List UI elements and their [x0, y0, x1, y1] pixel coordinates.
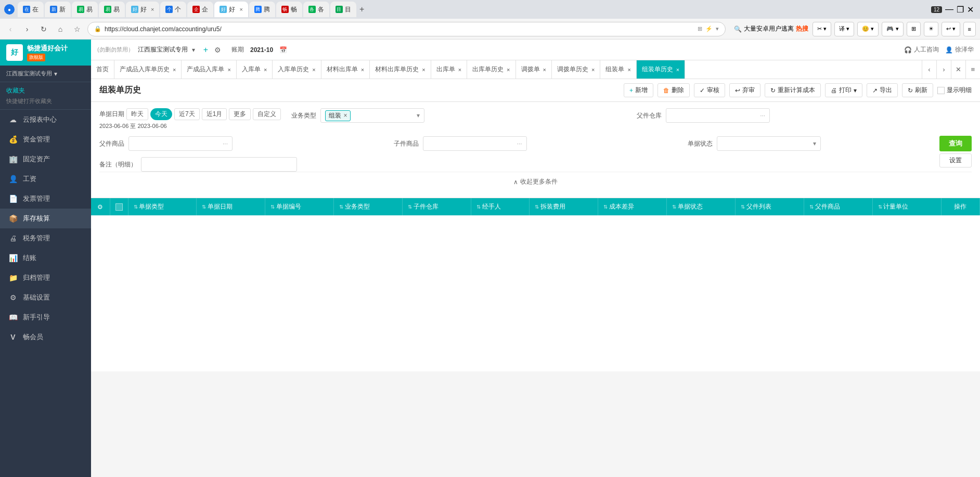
yesterday-btn[interactable]: 昨天: [126, 108, 148, 120]
tab-6[interactable]: 个 个: [160, 2, 186, 17]
sidebar-item-fund[interactable]: 💰 资金管理: [0, 130, 91, 149]
emoji-btn[interactable]: 😊 ▾: [857, 22, 879, 36]
select-all-checkbox[interactable]: [115, 203, 123, 211]
back-button[interactable]: ‹: [4, 23, 17, 35]
show-detail-checkbox[interactable]: [937, 87, 945, 94]
page-tab-close[interactable]: ×: [676, 67, 679, 73]
tab-12[interactable]: 目 目: [330, 2, 356, 17]
page-tab-product-inbound-history[interactable]: 产成品入库单历史 ×: [114, 60, 182, 79]
page-tab-material-outbound[interactable]: 材料出库单 ×: [321, 60, 370, 79]
page-tab-transfer-history[interactable]: 调拨单历史 ×: [552, 60, 600, 79]
th-order-status[interactable]: ⇅ 单据状态: [666, 198, 735, 215]
tab-prev-button[interactable]: ‹: [922, 60, 936, 79]
last7days-btn[interactable]: 近7天: [174, 108, 200, 120]
tab-5-close[interactable]: ×: [151, 6, 154, 12]
close-button[interactable]: ✕: [967, 5, 974, 15]
page-tab-outbound[interactable]: 出库单 ×: [431, 60, 467, 79]
minimize-button[interactable]: —: [945, 5, 953, 14]
maximize-button[interactable]: ❐: [957, 5, 964, 15]
sidebar-item-fixed-assets[interactable]: 🏢 固定资产: [0, 149, 91, 169]
company-selector[interactable]: 江西服宝测试专用 ▾: [0, 66, 91, 82]
page-tab-inbound-history[interactable]: 入库单历史 ×: [273, 60, 321, 79]
calendar-icon[interactable]: 📅: [279, 46, 287, 54]
undo-btn[interactable]: ↩ ▾: [942, 22, 960, 36]
new-tab-button[interactable]: +: [359, 5, 364, 14]
order-status-dropdown[interactable]: ▾: [813, 140, 816, 147]
th-parent-list[interactable]: ⇅ 父件列表: [735, 198, 804, 215]
address-bar[interactable]: 🔒 https://cloud.chanjet.com/accounting/u…: [87, 22, 726, 36]
page-tab-assembly[interactable]: 组装单 ×: [600, 60, 636, 79]
tab-5[interactable]: 好 好 ×: [126, 2, 159, 17]
th-cost-diff[interactable]: ⇅ 成本差异: [598, 198, 667, 215]
column-settings-icon[interactable]: ⚙: [97, 203, 103, 211]
settings-button[interactable]: 设置: [939, 153, 972, 167]
page-tab-outbound-history[interactable]: 出库单历史 ×: [467, 60, 515, 79]
business-type-field[interactable]: 组装 × ▾: [320, 108, 424, 123]
page-tab-close[interactable]: ×: [361, 67, 364, 73]
th-order-type[interactable]: ⇅ 单据类型: [128, 198, 197, 215]
page-tab-close[interactable]: ×: [173, 67, 176, 73]
business-type-dropdown[interactable]: ▾: [417, 112, 420, 119]
home-button[interactable]: ⌂: [54, 23, 67, 35]
sidebar-item-settings[interactable]: ⚙ 基础设置: [0, 288, 91, 307]
page-tab-transfer[interactable]: 调拨单 ×: [516, 60, 552, 79]
tab-close-all-button[interactable]: ✕: [951, 60, 965, 79]
settings-gear-button[interactable]: ⚙: [214, 46, 221, 54]
sidebar-item-invoice[interactable]: 📄 发票管理: [0, 189, 91, 209]
th-handler[interactable]: ⇅ 经手人: [471, 198, 530, 215]
page-tab-close[interactable]: ×: [627, 67, 630, 73]
th-settings[interactable]: ⚙: [91, 198, 110, 215]
sidebar-item-tax[interactable]: 🖨 税务管理: [0, 228, 91, 248]
delete-button[interactable]: 🗑 删除: [657, 83, 690, 97]
add-company-button[interactable]: +: [203, 45, 208, 55]
parent-warehouse-more[interactable]: ···: [760, 112, 765, 119]
sidebar-item-salary[interactable]: 👤 工资: [0, 169, 91, 189]
page-tab-product-inbound[interactable]: 产成品入库单 ×: [182, 60, 236, 79]
tab-next-button[interactable]: ›: [936, 60, 951, 79]
tab-7[interactable]: 企 企: [187, 2, 213, 17]
menu-btn[interactable]: ≡: [963, 22, 976, 36]
page-tab-close[interactable]: ×: [591, 67, 595, 73]
customer-service-btn[interactable]: 🎧 人工咨询: [904, 45, 939, 54]
refresh-browser-button[interactable]: ↻: [37, 23, 50, 35]
th-child-warehouse[interactable]: ⇅ 子件仓库: [403, 198, 471, 215]
th-unit[interactable]: ⇅ 计量单位: [872, 198, 941, 215]
order-status-field[interactable]: ▾: [717, 136, 821, 151]
sidebar-item-member[interactable]: V 畅会员: [0, 327, 91, 347]
page-tab-close[interactable]: ×: [507, 67, 510, 73]
page-tab-close[interactable]: ×: [264, 67, 267, 73]
game-btn[interactable]: 🎮 ▾: [882, 22, 903, 36]
page-tab-close[interactable]: ×: [227, 67, 230, 73]
tab-2[interactable]: 新 新: [45, 2, 71, 17]
print-button[interactable]: 🖨 打印 ▾: [825, 83, 862, 97]
page-tab-assembly-history[interactable]: 组装单历史 ×: [637, 60, 685, 79]
page-tab-home[interactable]: 首页: [91, 60, 114, 79]
cut-tool-btn[interactable]: ✂ ▾: [813, 22, 831, 36]
grid-btn[interactable]: ⊞: [907, 22, 921, 36]
page-tab-close[interactable]: ×: [312, 67, 315, 73]
parent-goods-more[interactable]: ···: [223, 140, 228, 147]
parent-warehouse-field[interactable]: ···: [666, 108, 770, 123]
user-avatar-btn[interactable]: 👤 徐泽华: [945, 45, 974, 54]
remark-input[interactable]: [141, 157, 297, 172]
sidebar-item-inventory[interactable]: 📦 库存核算: [0, 209, 91, 228]
export-button[interactable]: ↗ 导出: [867, 83, 898, 97]
th-disassembly-fee[interactable]: ⇅ 拆装费用: [530, 198, 598, 215]
brightness-btn[interactable]: ☀: [924, 22, 938, 36]
sidebar-item-guide[interactable]: 📖 新手引导: [0, 307, 91, 327]
tab-3[interactable]: 易 易: [72, 2, 98, 17]
refresh-page-button[interactable]: ↻ 刷新: [902, 83, 933, 97]
forward-button[interactable]: ›: [21, 23, 33, 35]
child-goods-more[interactable]: ···: [517, 140, 522, 147]
tab-8-close[interactable]: ×: [239, 6, 242, 12]
company-dropdown-btn[interactable]: ▾: [192, 46, 195, 54]
bookmark-button[interactable]: ☆: [71, 23, 83, 35]
custom-date-btn[interactable]: 自定义: [253, 108, 281, 120]
today-btn[interactable]: 今天: [150, 108, 172, 120]
dropdown-icon[interactable]: ▾: [716, 25, 719, 32]
tab-8[interactable]: 好 好 ×: [214, 2, 248, 17]
translate-btn[interactable]: 译 ▾: [834, 22, 854, 36]
business-type-tag-close[interactable]: ×: [343, 112, 347, 119]
tab-9[interactable]: 腾 腾: [249, 2, 275, 17]
sidebar-item-cloud-report[interactable]: ☁ 云报表中心: [0, 110, 91, 130]
